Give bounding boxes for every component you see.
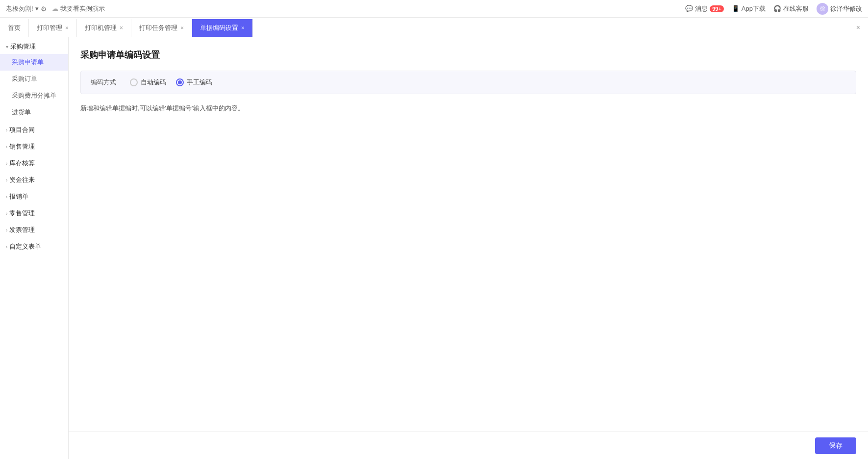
tab-printer-mgmt-label: 打印机管理 [85, 24, 117, 32]
sidebar-group-invoice-label: 发票管理 [9, 226, 35, 234]
message-icon: 💬 [685, 5, 693, 12]
close-all-tabs[interactable]: × [856, 24, 868, 31]
sidebar-item-purchase-order-label: 采购订单 [12, 75, 37, 82]
chevron-right-icon: › [6, 128, 7, 133]
tab-bar: 首页 打印管理 × 打印机管理 × 打印任务管理 × 单据编码设置 × × [0, 18, 868, 37]
tab-print-task-mgmt-close[interactable]: × [180, 25, 184, 31]
app-icon: 📱 [732, 5, 740, 12]
encoding-radio-group: 自动编码 手工编码 [130, 78, 212, 87]
tab-printer-mgmt[interactable]: 打印机管理 × [77, 19, 131, 37]
radio-manual-encoding[interactable]: 手工编码 [176, 78, 212, 87]
chevron-right-icon-3: › [6, 161, 7, 166]
tab-print-task-mgmt[interactable]: 打印任务管理 × [131, 19, 192, 37]
sidebar-item-purchase-expense-label: 采购费用分摊单 [12, 92, 56, 99]
sidebar: ▾ 采购管理 采购申请单 采购订单 采购费用分摊单 进货单 › 项目合同 › 销… [0, 37, 69, 459]
sidebar-group-project-contract[interactable]: › 项目合同 [0, 121, 68, 137]
chevron-down-icon: ▾ [6, 44, 8, 50]
chevron-right-icon-8: › [6, 244, 7, 250]
save-button[interactable]: 保存 [815, 437, 856, 454]
top-bar-right: 💬 消息 99+ 📱 App下载 🎧 在线客服 徐 徐泽华修改 [685, 3, 862, 15]
tab-home[interactable]: 首页 [0, 19, 29, 37]
sidebar-group-custom-forms[interactable]: › 自定义表单 [0, 237, 68, 254]
sidebar-group-fund-flow[interactable]: › 资金往来 [0, 171, 68, 187]
sidebar-item-purchase-order[interactable]: 采购订单 [0, 71, 68, 87]
sidebar-item-inbound-label: 进货单 [12, 108, 31, 116]
avatar: 徐 [817, 3, 828, 15]
chevron-right-icon-2: › [6, 144, 7, 150]
app-download-btn[interactable]: 📱 App下载 [732, 4, 766, 13]
sidebar-group-retail-label: 零售管理 [9, 209, 35, 218]
tab-print-mgmt-label: 打印管理 [37, 24, 62, 32]
chevron-right-icon-5: › [6, 194, 7, 200]
sidebar-item-purchase-expense[interactable]: 采购费用分摊单 [0, 87, 68, 104]
brand-area: 老板勿割! ▾ ⚙ [6, 4, 47, 13]
content-inner: 采购申请单编码设置 编码方式 自动编码 手工编码 [69, 37, 868, 432]
page-title: 采购申请单编码设置 [80, 49, 856, 61]
main-layout: ▾ 采购管理 采购申请单 采购订单 采购费用分摊单 进货单 › 项目合同 › 销… [0, 37, 868, 459]
sidebar-group-returns[interactable]: › 报销单 [0, 187, 68, 204]
online-service-label: 在线客服 [783, 4, 809, 13]
radio-auto-encoding[interactable]: 自动编码 [130, 78, 166, 87]
sidebar-group-sales-label: 销售管理 [9, 142, 35, 151]
chevron-right-icon-6: › [6, 211, 7, 216]
top-bar-left: 老板勿割! ▾ ⚙ ☁ 我要看实例演示 [6, 4, 105, 13]
sidebar-group-inventory[interactable]: › 库存核算 [0, 154, 68, 171]
username: 徐泽华修改 [830, 4, 862, 13]
headset-icon: 🎧 [773, 5, 781, 12]
sidebar-item-purchase-request[interactable]: 采购申请单 [0, 54, 68, 71]
sidebar-group-project-label: 项目合同 [9, 126, 35, 134]
sidebar-item-inbound[interactable]: 进货单 [0, 104, 68, 121]
sidebar-group-purchase-label: 采购管理 [10, 42, 36, 51]
demo-area[interactable]: ☁ 我要看实例演示 [52, 4, 105, 13]
hint-text: 新增和编辑单据编时,可以编辑'单据编号'输入框中的内容。 [80, 102, 856, 115]
tab-print-mgmt-close[interactable]: × [65, 25, 69, 31]
tab-home-label: 首页 [8, 24, 21, 32]
settings-icon[interactable]: ⚙ [41, 5, 47, 13]
sidebar-group-custom-label: 自定义表单 [9, 242, 41, 251]
encoding-section: 编码方式 自动编码 手工编码 [80, 71, 856, 94]
cloud-icon: ☁ [52, 5, 58, 12]
radio-auto-label: 自动编码 [141, 78, 166, 87]
chevron-right-icon-4: › [6, 178, 7, 183]
sidebar-group-retail-mgmt[interactable]: › 零售管理 [0, 204, 68, 221]
sidebar-group-invoice-mgmt[interactable]: › 发票管理 [0, 221, 68, 237]
encoding-label: 编码方式 [91, 78, 120, 87]
chevron-right-icon-7: › [6, 228, 7, 233]
sidebar-group-sales-mgmt[interactable]: › 销售管理 [0, 137, 68, 154]
content-area: 采购申请单编码设置 编码方式 自动编码 手工编码 [69, 37, 868, 459]
radio-manual-circle[interactable] [176, 78, 184, 86]
tab-print-task-mgmt-label: 打印任务管理 [139, 24, 177, 32]
sidebar-group-inventory-label: 库存核算 [9, 159, 35, 168]
chevron-icon[interactable]: ▾ [35, 5, 39, 12]
app-download-label: App下载 [742, 4, 766, 13]
avatar-initial: 徐 [820, 5, 825, 12]
tab-print-mgmt[interactable]: 打印管理 × [29, 19, 77, 37]
tab-printer-mgmt-close[interactable]: × [120, 25, 123, 31]
message-label: 消息 [695, 4, 708, 13]
user-avatar-area[interactable]: 徐 徐泽华修改 [817, 3, 862, 15]
demo-text: 我要看实例演示 [60, 4, 105, 13]
online-service-btn[interactable]: 🎧 在线客服 [773, 4, 809, 13]
sidebar-group-purchase-mgmt[interactable]: ▾ 采购管理 [0, 37, 68, 54]
tab-single-code-label: 单据编码设置 [200, 24, 238, 32]
message-btn[interactable]: 💬 消息 99+ [685, 4, 724, 13]
tab-single-code-settings[interactable]: 单据编码设置 × [192, 19, 253, 37]
radio-manual-label: 手工编码 [187, 78, 212, 87]
sidebar-item-purchase-request-label: 采购申请单 [12, 58, 44, 66]
sidebar-group-returns-label: 报销单 [9, 192, 28, 201]
message-badge: 99+ [710, 5, 724, 12]
tab-single-code-close[interactable]: × [241, 25, 245, 31]
top-bar: 老板勿割! ▾ ⚙ ☁ 我要看实例演示 💬 消息 99+ 📱 App下载 🎧 在… [0, 0, 868, 18]
radio-auto-circle[interactable] [130, 78, 138, 86]
sidebar-group-fund-label: 资金往来 [9, 176, 35, 184]
brand-text: 老板勿割! [6, 4, 33, 13]
footer-bar: 保存 [69, 432, 868, 459]
